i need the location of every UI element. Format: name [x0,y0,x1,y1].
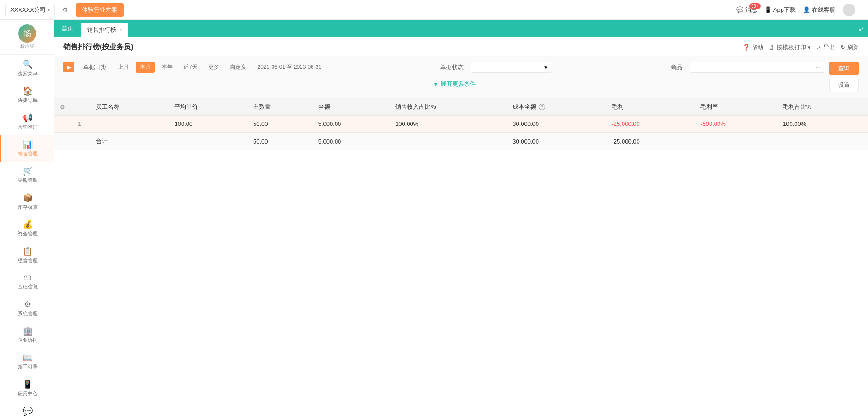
refresh-button[interactable]: ↻ 刷新 [840,43,859,52]
top-bar: XXXXXX公司 ▾ ⚙ 体验行业方案 💬 消息 99+ 📱 App下载 👤 在… [0,0,868,20]
status-select[interactable]: ▾ [471,62,552,73]
tab-home[interactable]: 首页 [54,20,81,37]
sidebar-item-inventory[interactable]: 📦 库存核算 [0,188,54,215]
app-icon: 📱 [764,6,772,13]
apps-icon: 📱 [23,379,33,389]
table-area: ⚙ 员工名称 平均单价 主数量 全额 销售收入占比% 成本全额 ? [54,98,868,150]
sidebar-item-wechat[interactable]: 💬 企业微信 [0,402,54,417]
cost-info-icon[interactable]: ? [539,104,545,110]
col-gross: 毛利 [606,98,695,116]
help-icon: ❓ [743,44,750,51]
col-sales-pct: 销售收入占比% [390,98,507,116]
date-range: 2023-06-01 至 2023-06-30 [258,63,321,71]
company-name: XXXXXX公司 [10,6,46,14]
tab-right-buttons: — ⤢ [848,24,868,33]
help-button[interactable]: ❓ 帮助 [743,43,763,52]
company-select[interactable]: XXXXXX公司 ▾ [5,4,55,16]
date-btn-custom[interactable]: 自定义 [226,62,250,73]
filter-expand-row: ▼ 展开更多条件 [83,77,825,88]
print-icon: 🖨 [769,44,775,51]
sidebar-item-enterprise[interactable]: 🏢 企业协同 [0,321,54,348]
inventory-icon: 📦 [23,193,33,203]
cell-gross-pct: 100.00% [777,116,868,133]
sidebar-item-basic[interactable]: 🗃 基础信息 [0,268,54,295]
system-icon: ⚙ [24,299,31,309]
sidebar-item-purchase[interactable]: 🛒 采购管理 [0,162,54,188]
col-gross-pct: 毛利占比% [777,98,868,116]
online-service-button[interactable]: 👤 在线客服 [803,6,835,14]
col-avg-price: 平均单价 [169,98,247,116]
sidebar-item-operation[interactable]: 📋 经营管理 [0,242,54,268]
date-btn-more[interactable]: 更多 [204,62,223,73]
query-button[interactable]: 查询 [829,62,859,75]
footer-rank [72,132,91,150]
trial-button[interactable]: 体验行业方案 [76,3,124,17]
home-icon: 🏠 [23,86,33,96]
date-btn-7days[interactable]: 近7天 [179,62,201,73]
tab-sales-ranking[interactable]: 销售排行榜 × [81,23,128,37]
sidebar-item-shortcut[interactable]: 🏠 快捷导航 [0,81,54,108]
print-button[interactable]: 🖨 按模板打印 ▾ [769,43,811,52]
tab-maximize-icon[interactable]: ⤢ [858,24,864,33]
chevron-down-icon: ▾ [48,7,50,12]
date-btn-this-month[interactable]: 本月 [136,62,155,73]
footer-quantity: 50.00 [248,132,313,150]
date-label: 单据日期 [83,63,107,72]
logo-subtitle: 标准版 [20,43,34,50]
sidebar-item-apps[interactable]: 📱 应用中心 [0,375,54,402]
footer-settings [54,132,72,150]
search-icon: 🔍 [23,59,33,69]
sidebar-item-guide[interactable]: 📖 新手引导 [0,348,54,375]
col-settings[interactable]: ⚙ [54,98,72,116]
export-icon: ↗ [816,44,821,51]
sidebar-item-marketing[interactable]: 📢 营销推广 [0,108,54,135]
filter-inner: 单据日期 上月 本月 本年 近7天 更多 自定义 2023-06-01 至 20… [83,62,825,88]
page-content: 销售排行榜(按业务员) ❓ 帮助 🖨 按模板打印 ▾ ↗ [54,37,868,417]
table-header-row: ⚙ 员工名称 平均单价 主数量 全额 销售收入占比% 成本全额 ? [54,98,868,116]
sidebar-item-finance[interactable]: 💰 资金管理 [0,215,54,242]
query-buttons: 查询 设置 [829,62,859,92]
sidebar-item-sales[interactable]: 📊 销售管理 [0,135,54,162]
goods-more-icon[interactable]: ··· [815,64,820,71]
page-title: 销售排行榜(按业务员) [63,43,134,52]
export-button[interactable]: ↗ 导出 [816,43,835,52]
footer-gross-rate [695,132,777,150]
filter-collapse-button[interactable]: ▶ [63,62,74,72]
cell-quantity: 50.00 [248,116,313,133]
top-bar-right: 💬 消息 99+ 📱 App下载 👤 在线客服 [736,4,863,16]
expand-icon: ▼ [433,81,439,88]
table-row: 1 100.00 50.00 5,000.00 100.00% 30,000.0… [54,116,868,133]
service-icon: 👤 [803,6,810,13]
app-download-button[interactable]: 📱 App下载 [764,6,796,14]
cell-gross-rate: -500.00% [695,116,777,133]
tab-bar: 首页 销售排行榜 × — ⤢ [54,20,868,37]
settings-icon[interactable]: ⚙ [58,3,72,17]
enterprise-icon: 🏢 [23,326,33,336]
sidebar-item-search[interactable]: 🔍 搜索菜单 [0,55,54,81]
tab-minimize-icon[interactable]: — [848,24,855,33]
cell-cost: 30,000.00 [507,116,606,133]
footer-gross-pct [777,132,868,150]
expand-button[interactable]: ▼ 展开更多条件 [433,80,476,88]
tab-close-icon[interactable]: × [119,27,122,33]
avatar[interactable] [843,4,855,16]
filter-settings-button[interactable]: 设置 [829,78,859,92]
print-chevron-icon: ▾ [808,44,811,51]
date-btn-this-year[interactable]: 本年 [158,62,177,73]
cell-employee [91,116,169,133]
message-button[interactable]: 💬 消息 99+ [736,6,757,14]
col-cost: 成本全额 ? [507,98,606,116]
sales-icon: 📊 [23,139,33,149]
sidebar-item-system[interactable]: ⚙ 系统管理 [0,295,54,321]
goods-input[interactable]: ··· [690,62,825,73]
wechat-icon: 💬 [23,406,33,416]
guide-icon: 📖 [23,353,33,363]
cell-avg-price: 100.00 [169,116,247,133]
cell-gross: -25,000.00 [606,116,695,133]
refresh-icon: ↻ [840,44,845,51]
finance-icon: 💰 [23,220,33,230]
footer-label: 合计 [91,132,169,150]
footer-gross: -25,000.00 [606,132,695,150]
footer-amount: 5,000.00 [313,132,390,150]
date-btn-last-month[interactable]: 上月 [114,62,133,73]
